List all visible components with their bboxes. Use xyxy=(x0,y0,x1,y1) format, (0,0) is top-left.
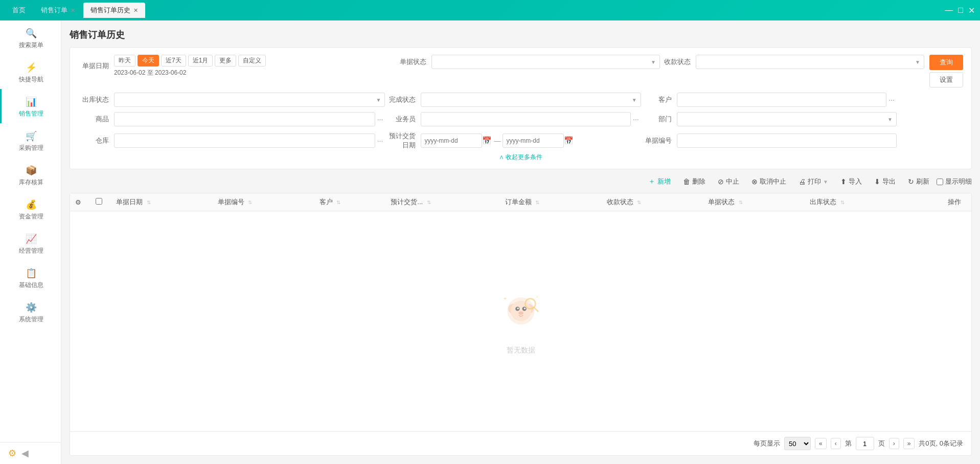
order-number-label: 单据编号 xyxy=(641,136,677,145)
action-area: ＋ 新增 🗑 删除 ⊘ 中止 ⊗ 取消中止 🖨 打印 ▼ ⬆ 导 xyxy=(70,174,972,189)
refresh-button[interactable]: ↻ 刷新 xyxy=(903,174,935,189)
svg-point-6 xyxy=(517,307,518,309)
product-label: 商品 xyxy=(78,115,114,124)
date-btn-today[interactable]: 今天 xyxy=(138,55,159,67)
tab-sales-order-close[interactable]: ✕ xyxy=(71,7,75,14)
warehouse-more-icon[interactable]: ··· xyxy=(375,137,385,145)
import-button[interactable]: ⬆ 导入 xyxy=(835,174,867,189)
sidebar-item-operations[interactable]: 📈 经营管理 xyxy=(0,226,61,260)
date-btn-more[interactable]: 更多 xyxy=(215,55,236,67)
sidebar-item-finance[interactable]: 💰 资金管理 xyxy=(0,192,61,226)
export-button[interactable]: ⬇ 导出 xyxy=(869,174,901,189)
page-size-label: 每页显示 xyxy=(754,439,780,448)
window-min-icon[interactable]: — xyxy=(945,6,953,15)
order-number-input[interactable] xyxy=(677,134,897,148)
prev-page-button[interactable]: ‹ xyxy=(831,438,841,449)
department-select[interactable] xyxy=(677,112,897,126)
salesperson-input[interactable] xyxy=(421,112,631,126)
date-btn-1month[interactable]: 近1月 xyxy=(188,55,213,67)
salesperson-more-icon[interactable]: ··· xyxy=(631,115,641,123)
th-outbound-status[interactable]: 出库状态 ⇅ xyxy=(805,193,906,211)
stop-icon: ⊘ xyxy=(718,178,724,186)
salesperson-label: 业务员 xyxy=(385,115,421,124)
warehouse-input[interactable] xyxy=(114,134,375,148)
next-page-button[interactable]: › xyxy=(889,438,899,449)
table-settings-icon[interactable]: ⚙ xyxy=(75,198,81,206)
date-btn-yesterday[interactable]: 昨天 xyxy=(114,55,135,67)
sidebar-item-system[interactable]: ⚙️ 系统管理 xyxy=(0,295,61,329)
add-button[interactable]: ＋ 新增 xyxy=(643,174,676,189)
print-button[interactable]: 🖨 打印 ▼ xyxy=(793,174,833,189)
svg-text:✦: ✦ xyxy=(536,295,539,299)
export-label: 导出 xyxy=(882,177,896,186)
calendar-start-icon[interactable]: 📅 xyxy=(482,136,492,145)
completion-status-select[interactable] xyxy=(421,93,641,107)
settings-button[interactable]: 设置 xyxy=(929,72,963,87)
th-number[interactable]: 单据编号 ⇅ xyxy=(213,193,314,211)
th-delivery[interactable]: 预计交货... ⇅ xyxy=(385,193,499,211)
sidebar-item-inventory-label: 库存核算 xyxy=(19,178,43,187)
sidebar: 🔍 搜索菜单 ⚡ 快捷导航 📊 销售管理 🛒 采购管理 📦 库存核算 💰 资金管… xyxy=(0,20,61,464)
th-customer[interactable]: 客户 ⇅ xyxy=(314,193,386,211)
th-receipt-status[interactable]: 收款状态 ⇅ xyxy=(602,193,703,211)
show-detail-toggle[interactable]: 显示明细 xyxy=(937,177,972,186)
date-btn-7days[interactable]: 近7天 xyxy=(161,55,186,67)
delete-button[interactable]: 🗑 删除 xyxy=(678,174,711,189)
last-page-button[interactable]: » xyxy=(903,438,915,449)
show-detail-checkbox-input[interactable] xyxy=(937,179,943,185)
page-number-input[interactable] xyxy=(856,437,874,450)
sidebar-item-quick-nav[interactable]: ⚡ 快捷导航 xyxy=(0,55,61,89)
customer-more-icon[interactable]: ··· xyxy=(886,96,897,104)
select-all-checkbox[interactable] xyxy=(96,198,102,205)
calendar-end-icon[interactable]: 📅 xyxy=(564,136,574,145)
stop-label: 中止 xyxy=(726,177,739,186)
basics-icon: 📋 xyxy=(26,268,37,279)
tab-home[interactable]: 首页 xyxy=(5,3,33,18)
tab-sales-order-history[interactable]: 销售订单历史 ✕ xyxy=(83,3,145,18)
filter-area: 单据日期 昨天 今天 近7天 近1月 更多 自定义 2023-06-02 至 2… xyxy=(70,47,972,169)
window-max-icon[interactable]: □ xyxy=(958,6,963,15)
add-label: 新增 xyxy=(657,177,671,186)
collapse-bar[interactable]: ∧ 收起更多条件 xyxy=(78,153,963,162)
show-detail-label: 显示明细 xyxy=(945,177,972,186)
delivery-date-start[interactable] xyxy=(421,134,482,148)
delivery-date-end[interactable] xyxy=(503,134,564,148)
refresh-icon: ↻ xyxy=(908,178,914,186)
th-order-status[interactable]: 单据状态 ⇅ xyxy=(703,193,805,211)
sidebar-item-basics[interactable]: 📋 基础信息 xyxy=(0,260,61,295)
tab-sales-order-history-close[interactable]: ✕ xyxy=(133,7,138,14)
date-label: 单据日期 xyxy=(78,61,114,71)
th-checkbox[interactable] xyxy=(90,193,111,211)
sidebar-item-search-menu[interactable]: 🔍 搜索菜单 xyxy=(0,20,61,55)
svg-point-7 xyxy=(523,307,525,309)
window-close-icon[interactable]: ✕ xyxy=(968,6,975,15)
main-content: 销售订单历史 单据日期 昨天 今天 近7天 近1月 更多 自定义 xyxy=(61,20,980,464)
sidebar-item-search-menu-label: 搜索菜单 xyxy=(19,41,43,50)
sidebar-item-purchase[interactable]: 🛒 采购管理 xyxy=(0,123,61,158)
order-status-select[interactable] xyxy=(431,55,660,69)
first-page-button[interactable]: « xyxy=(815,438,827,449)
stop-button[interactable]: ⊘ 中止 xyxy=(713,174,744,189)
receipt-status-select[interactable] xyxy=(696,55,924,69)
th-settings[interactable]: ⚙ xyxy=(70,193,90,211)
sort-order-status-icon: ⇅ xyxy=(739,200,743,205)
sidebar-item-inventory[interactable]: 📦 库存核算 xyxy=(0,158,61,192)
query-button[interactable]: 查询 xyxy=(929,55,963,70)
empty-text: 暂无数据 xyxy=(507,346,535,355)
product-input[interactable] xyxy=(114,112,375,126)
sidebar-collapse-icon[interactable]: ◀ xyxy=(21,448,29,459)
th-amount[interactable]: 订单金额 ⇅ xyxy=(500,193,602,211)
tab-sales-order[interactable]: 销售订单 ✕ xyxy=(34,3,82,18)
date-btn-custom[interactable]: 自定义 xyxy=(238,55,266,67)
page-size-select[interactable]: 50 10 20 100 xyxy=(784,437,811,450)
outbound-status-select[interactable] xyxy=(114,93,385,107)
product-more-icon[interactable]: ··· xyxy=(375,115,385,123)
page-title: 销售订单历史 xyxy=(70,29,972,41)
sidebar-settings-icon[interactable]: ⚙ xyxy=(8,448,16,459)
cancel-stop-button[interactable]: ⊗ 取消中止 xyxy=(746,174,791,189)
svg-text:✦: ✦ xyxy=(503,296,507,301)
sidebar-item-sales[interactable]: 📊 销售管理 xyxy=(0,89,61,123)
customer-input[interactable] xyxy=(677,93,887,107)
sidebar-item-purchase-label: 采购管理 xyxy=(19,144,43,152)
th-date[interactable]: 单据日期 ⇅ xyxy=(111,193,213,211)
